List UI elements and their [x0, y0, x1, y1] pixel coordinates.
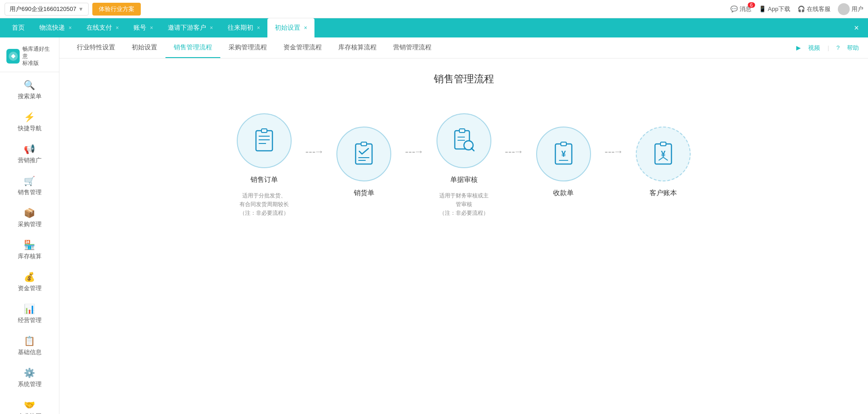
handshake-icon: 🤝 [24, 399, 35, 410]
sidebar-logo: 畅库通好生意 标准版 [0, 41, 59, 72]
flash-icon: ⚡ [24, 111, 35, 122]
step-title: 销售订单 [250, 175, 278, 184]
user-label: 用户690企业1660120507 [10, 5, 76, 13]
tab-home[interactable]: 首页 [5, 18, 32, 37]
sub-tab-label: 销售管理流程 [174, 43, 212, 52]
user-selector[interactable]: 用户690企业1660120507 ▼ [5, 3, 89, 16]
message-badge: 6 [748, 2, 755, 8]
close-icon[interactable]: × [116, 25, 119, 31]
main-content: 销售管理流程 销售订单 适用于分批发货、有合同发货周期较长（ [59, 58, 868, 414]
message-icon: 💬 [730, 5, 738, 12]
logo-line2: 标准版 [22, 60, 53, 67]
sub-tab-label: 初始设置 [132, 43, 157, 52]
sidebar-item-inventory[interactable]: 🏪 库存核算 [0, 234, 59, 266]
flow-arrow-2: - - -→ [405, 146, 422, 185]
sidebar-item-purchase[interactable]: 📦 采购管理 [0, 202, 59, 234]
page-title: 销售管理流程 [78, 72, 850, 86]
logo-image [6, 49, 20, 64]
svg-rect-11 [459, 129, 465, 133]
sidebar-item-finance[interactable]: 💰 资金管理 [0, 266, 59, 298]
app-icon: 📱 [759, 5, 766, 12]
step-title: 收款单 [553, 189, 574, 197]
help-label[interactable]: 帮助 [847, 44, 859, 52]
step-desc: 适用于财务审核或主管审核（注：非必要流程） [439, 191, 489, 218]
online-service-label: 在线客服 [807, 5, 831, 13]
help-icon: ? [836, 44, 840, 51]
tab-logistics[interactable]: 物流快递 × [32, 18, 79, 37]
trial-button[interactable]: 体验行业方案 [92, 3, 141, 16]
svg-text:¥: ¥ [561, 149, 566, 159]
step-title: 单据审核 [450, 175, 478, 184]
search-icon: 🔍 [24, 80, 35, 90]
top-bar: 用户690企业1660120507 ▼ 体验行业方案 💬 消息 6 📱 App下… [0, 0, 868, 18]
sub-tab-industry[interactable]: 行业特性设置 [69, 37, 123, 58]
flow-step-sales-invoice: 销货单 [327, 127, 400, 205]
sidebar-item-marketing[interactable]: 📢 营销推广 [0, 138, 59, 170]
flow-arrow-1: - - -→ [305, 146, 323, 185]
nav-tabs: 首页 物流快递 × 在线支付 × 账号 × 邀请下游客户 × 往来期初 × 初始… [0, 18, 868, 37]
money-icon: 💰 [24, 271, 35, 282]
sidebar-item-system[interactable]: ⚙️ 系统管理 [0, 362, 59, 394]
close-icon[interactable]: × [257, 25, 260, 31]
arrow-icon: - - -→ [505, 146, 522, 158]
video-label[interactable]: 视频 [808, 44, 820, 52]
step-desc: 适用于分批发货、有合同发货周期较长（注：非必要流程） [240, 191, 289, 218]
sub-tab-label: 采购管理流程 [229, 43, 267, 52]
close-icon[interactable]: × [150, 25, 153, 31]
flow-circle-sales-order[interactable] [237, 113, 292, 168]
tab-account[interactable]: 账号 × [126, 18, 160, 37]
online-service-item[interactable]: 🎧 在线客服 [798, 5, 831, 13]
flow-circle-customer-ledger[interactable]: ¥ [636, 127, 691, 181]
tab-invite-label: 邀请下游客户 [168, 24, 206, 32]
flow-diagram: 销售订单 适用于分批发货、有合同发货周期较长（注：非必要流程） - - -→ [78, 113, 850, 218]
dropdown-arrow-icon: ▼ [78, 6, 84, 12]
sidebar-item-search[interactable]: 🔍 搜索菜单 [0, 74, 59, 106]
sub-tab-purchase-flow[interactable]: 采购管理流程 [220, 37, 275, 58]
message-item[interactable]: 💬 消息 6 [730, 5, 751, 13]
flow-circle-sales-invoice[interactable] [336, 127, 391, 181]
top-bar-right: 💬 消息 6 📱 App下载 🎧 在线客服 用户 [730, 3, 863, 15]
sidebar-item-label: 快捷导航 [18, 124, 42, 133]
tab-account-label: 账号 [133, 24, 146, 32]
arrow-icon: - - -→ [305, 146, 323, 158]
sidebar-item-label: 基础信息 [18, 348, 42, 356]
tab-home-label: 首页 [12, 24, 25, 32]
megaphone-icon: 📢 [24, 143, 35, 154]
sub-tab-init[interactable]: 初始设置 [123, 37, 165, 58]
sidebar-item-sales[interactable]: 🛒 销售管理 [0, 170, 59, 202]
sub-nav-right: ▶ 视频 | ? 帮助 [796, 44, 859, 52]
layout: 畅库通好生意 标准版 🔍 搜索菜单 ⚡ 快捷导航 📢 营销推广 🛒 销售管理 📦… [0, 37, 868, 414]
sidebar-item-quicknav[interactable]: ⚡ 快捷导航 [0, 106, 59, 138]
clipboard-icon: 📋 [24, 335, 35, 346]
tab-period[interactable]: 往来期初 × [220, 18, 267, 37]
flow-arrow-4: - - -→ [605, 146, 622, 185]
nav-close-button[interactable]: × [849, 23, 863, 33]
sidebar-item-collab[interactable]: 🤝 企业协同 [0, 394, 59, 414]
close-icon[interactable]: × [210, 25, 213, 31]
svg-rect-17 [561, 142, 566, 146]
sidebar-item-label: 系统管理 [18, 380, 42, 388]
video-icon: ▶ [796, 44, 801, 51]
svg-rect-6 [356, 144, 372, 164]
svg-line-13 [471, 148, 474, 151]
flow-circle-doc-review[interactable] [437, 113, 491, 168]
sidebar-item-basic[interactable]: 📋 基础信息 [0, 330, 59, 362]
user-profile-item[interactable]: 用户 [838, 3, 863, 15]
content-area: 行业特性设置 初始设置 销售管理流程 采购管理流程 资金管理流程 库存核算流程 [59, 37, 868, 414]
sidebar: 畅库通好生意 标准版 🔍 搜索菜单 ⚡ 快捷导航 📢 营销推广 🛒 销售管理 📦… [0, 37, 59, 414]
sidebar-item-operations[interactable]: 📊 经营管理 [0, 298, 59, 330]
close-icon[interactable]: × [304, 25, 307, 31]
flow-circle-receipt[interactable]: ¥ [536, 127, 591, 181]
sub-tab-inventory-flow[interactable]: 库存核算流程 [330, 37, 385, 58]
app-download-item[interactable]: 📱 App下载 [759, 5, 790, 13]
svg-rect-1 [256, 131, 272, 151]
tab-payment[interactable]: 在线支付 × [79, 18, 126, 37]
sub-tab-marketing-flow[interactable]: 营销管理流程 [385, 37, 440, 58]
flow-arrow-3: - - -→ [505, 146, 522, 185]
arrow-icon: - - -→ [605, 146, 622, 158]
tab-invite[interactable]: 邀请下游客户 × [160, 18, 220, 37]
sub-tab-sales-flow[interactable]: 销售管理流程 [165, 37, 220, 58]
close-icon[interactable]: × [69, 25, 72, 31]
sub-tab-finance-flow[interactable]: 资金管理流程 [275, 37, 330, 58]
tab-init-settings[interactable]: 初始设置 × [267, 18, 314, 37]
